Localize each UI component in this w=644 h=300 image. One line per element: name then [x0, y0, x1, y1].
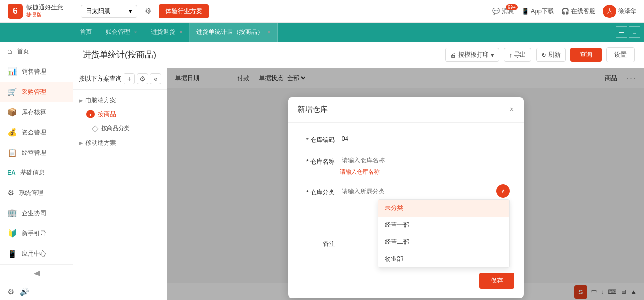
remark-label: 备注 [302, 236, 340, 248]
messages-item[interactable]: 💬 消息 99+ [492, 7, 514, 16]
tab-purchase-stats[interactable]: 进货单统计表（按商品） × [190, 23, 278, 42]
sidebar-item-purchase[interactable]: 🛒 采购管理 [0, 82, 73, 102]
active-scheme-icon: ● [86, 110, 95, 118]
name-field-row: * 仓库名称 请输入仓库名称 [302, 154, 510, 176]
app-download-item[interactable]: 📱 App下载 [521, 7, 554, 16]
sidebar-item-enterprise[interactable]: 🏢 企业协同 [0, 203, 73, 223]
category-dropdown: 未分类 经营一部 经营二部 物业部 [378, 199, 510, 268]
sidebar-item-home[interactable]: ⌂ 首页 [0, 42, 73, 61]
dropdown-item-dept2[interactable]: 经营二部 [378, 233, 509, 250]
sidebar-label-system: 系统管理 [19, 189, 43, 197]
sidebar-label-finance: 资金管理 [22, 128, 46, 137]
basic-info-icon: EA [8, 169, 16, 176]
sidebar-collapse[interactable]: ◀ [0, 264, 73, 281]
name-label: * 仓库名称 [302, 154, 340, 166]
sales-icon: 📊 [8, 67, 17, 76]
category-input[interactable] [340, 185, 496, 198]
enterprise-icon: 🏢 [8, 208, 17, 217]
finance-icon: 💰 [8, 128, 17, 137]
headset-icon: 🎧 [561, 8, 569, 15]
tab-bar-logo-space [0, 23, 73, 42]
expand-icon: ▶ [79, 98, 83, 104]
message-icon: 💬 [492, 8, 500, 15]
set-button[interactable]: 设置 [606, 47, 635, 62]
tab-purchase-stats-close[interactable]: × [267, 29, 271, 35]
tab-purchase-return-close[interactable]: × [179, 29, 182, 35]
sidebar-item-app[interactable]: 📱 应用中心 [0, 243, 73, 264]
sidebar-item-finance[interactable]: 💰 资金管理 [0, 122, 73, 142]
category-label: * 仓库分类 [302, 184, 340, 197]
category-input-wrapper: ∧ 未分类 经营一部 经营二部 物业部 [340, 184, 510, 198]
filter-title-row: 按以下方案查询 + ⚙ « [79, 73, 161, 84]
scheme-by-category-label: 按商品分类 [101, 125, 130, 133]
tab-account-close[interactable]: × [134, 29, 137, 35]
sidebar-item-sales[interactable]: 📊 销售管理 [0, 61, 73, 82]
logo-area: 6 畅捷通好生意 捷员版 [8, 4, 81, 19]
scheme-list: ▶ 电脑端方案 ● 按商品 ◇ 按商品分类 ▶ 移动端方案 [73, 90, 167, 154]
maximize-button[interactable]: □ [629, 26, 640, 38]
config-scheme-button[interactable]: ⚙ [137, 73, 148, 84]
page-header: 进货单统计(按商品) 🖨 按模板打印 ▾ ↑ 导出 ↻ 刷新 查询 设置 [73, 42, 644, 68]
tab-spacer [278, 23, 612, 42]
dropdown-item-dept3[interactable]: 物业部 [378, 250, 509, 267]
purchase-icon: 🛒 [8, 87, 17, 96]
sidebar-item-guide[interactable]: 🔰 新手引导 [0, 223, 73, 243]
sidebar-item-system[interactable]: ⚙ 系统管理 [0, 183, 73, 203]
sidebar-label-basic-info: 基础信息 [20, 168, 45, 177]
collapse-scheme-button[interactable]: « [150, 73, 161, 84]
print-button[interactable]: 🖨 按模板打印 ▾ [445, 48, 499, 62]
sidebar-label-purchase: 采购管理 [22, 88, 46, 96]
system-icon: ⚙ [8, 188, 14, 197]
bottom-settings-icon[interactable]: ⚙ [8, 287, 14, 296]
user-item[interactable]: 人 徐泽华 [603, 5, 636, 18]
online-service-item[interactable]: 🎧 在线客服 [561, 7, 595, 16]
sidebar-label-inventory: 库存核算 [22, 108, 46, 117]
store-selector[interactable]: 日太阳膜 ▾ [81, 5, 137, 18]
export-label: 导出 [514, 50, 526, 59]
experience-button[interactable]: 体验行业方案 [159, 4, 209, 18]
minimize-button[interactable]: — [616, 26, 627, 38]
tab-account-label: 账套管理 [106, 28, 130, 36]
refresh-button[interactable]: ↻ 刷新 [536, 48, 566, 62]
sidebar-label-guide: 新手引导 [22, 229, 46, 238]
sidebar-item-inventory[interactable]: 📦 库存核算 [0, 102, 73, 122]
save-button[interactable]: 保存 [479, 273, 514, 289]
modal-body: * 仓库编码 * 仓库名称 请输入仓库名称 [288, 123, 524, 267]
modal-footer: 保存 [288, 267, 524, 298]
sidebar-label-home: 首页 [17, 47, 29, 56]
modal-close-button[interactable]: × [509, 105, 514, 115]
scheme-by-product-label: 按商品 [98, 110, 116, 118]
category-field-row: * 仓库分类 ∧ 未分类 经营一部 [302, 184, 510, 198]
username: 徐泽华 [618, 7, 636, 16]
filter-title: 按以下方案查询 [79, 75, 122, 83]
tab-purchase-return-label: 进货退货 [151, 28, 175, 36]
category-icon: ◇ [92, 123, 99, 133]
dropdown-item-dept1[interactable]: 经营一部 [378, 217, 509, 233]
app-download-label: App下载 [531, 7, 554, 16]
query-button[interactable]: 查询 [570, 48, 602, 62]
sidebar-label-app: 应用中心 [22, 250, 46, 258]
tab-bar: 首页 账套管理 × 进货退货 × 进货单统计表（按商品） × — □ [0, 23, 644, 42]
tab-purchase-return[interactable]: 进货退货 × [144, 23, 190, 42]
scheme-by-product[interactable]: ● 按商品 [73, 108, 167, 121]
filter-header-row: 按以下方案查询 + ⚙ « [73, 68, 167, 90]
scheme-desktop-label: 电脑端方案 [85, 96, 116, 105]
add-scheme-button[interactable]: + [124, 73, 135, 84]
logo-sub: 捷员版 [26, 11, 63, 18]
name-error-msg: 请输入仓库名称 [340, 168, 510, 176]
scheme-by-category[interactable]: ◇ 按商品分类 [73, 121, 167, 136]
sidebar-item-operations[interactable]: 📋 经营管理 [0, 142, 73, 163]
sidebar-item-basic-info[interactable]: EA 基础信息 [0, 163, 73, 183]
export-button[interactable]: ↑ 导出 [504, 48, 532, 62]
code-input[interactable] [340, 132, 510, 145]
tab-home[interactable]: 首页 [73, 23, 99, 42]
modal-header: 新增仓库 × [288, 97, 524, 123]
name-input[interactable] [340, 154, 510, 167]
app-icon: 📱 [8, 249, 17, 258]
tab-account[interactable]: 账套管理 × [99, 23, 144, 42]
bottom-sound-icon[interactable]: 🔊 [20, 287, 29, 296]
gear-button[interactable]: ⚙ [141, 4, 155, 18]
category-toggle-button[interactable]: ∧ [496, 184, 510, 198]
left-panel: 按以下方案查询 + ⚙ « ▶ 电脑端方案 ● [73, 68, 167, 300]
dropdown-item-uncategorized[interactable]: 未分类 [378, 200, 509, 217]
